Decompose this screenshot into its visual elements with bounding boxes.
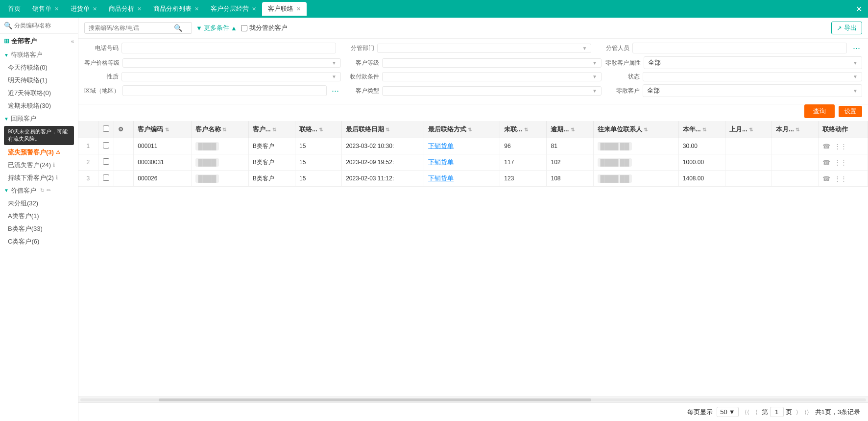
sidebar-item-class-a[interactable]: A类客户(1) (0, 210, 78, 223)
zero-attr-select[interactable]: 全部 ▼ (644, 56, 862, 69)
sidebar-search-input[interactable] (14, 22, 78, 29)
zero-customer-select[interactable]: 全部 ▼ (643, 84, 862, 97)
cell-last-month (725, 171, 772, 187)
th-uncontacted[interactable]: 未联... ⇅ (500, 121, 547, 138)
cell-check[interactable] (98, 171, 114, 187)
last-page-button[interactable]: ⟩⟩ (802, 408, 811, 417)
th-this-year[interactable]: 本年... ⇅ (678, 121, 725, 138)
tab-bar-close-button[interactable]: ✕ (852, 4, 866, 14)
cell-last-method[interactable]: 下销货单 (424, 138, 500, 154)
more-action-icon[interactable]: ⋮⋮ (834, 175, 847, 182)
my-customers-check[interactable] (241, 25, 247, 31)
last-method-link[interactable]: 下销货单 (428, 158, 454, 166)
more-action-icon[interactable]: ⋮⋮ (834, 143, 847, 150)
cell-last-method[interactable]: 下销货单 (424, 154, 500, 171)
sidebar-item-churn-warning[interactable]: 流失预警客户(3) ⚠ (0, 146, 78, 159)
th-name[interactable]: 客户名称 ⇅ (191, 121, 248, 138)
more-options-icon[interactable]: ··· (851, 43, 862, 53)
tab-product-analysis-list[interactable]: 商品分析列表 ✕ (147, 2, 205, 16)
cell-check[interactable] (98, 154, 114, 171)
close-icon[interactable]: ✕ (252, 6, 256, 12)
edit-icon[interactable]: ✏ (47, 187, 51, 194)
contact-icon[interactable]: ☎ (822, 159, 830, 166)
sidebar-group-pending[interactable]: ▼ 待联络客户 (0, 49, 78, 61)
more-action-icon[interactable]: ⋮⋮ (834, 159, 847, 166)
customer-type-select[interactable]: ▼ (382, 86, 602, 96)
search-icon-main[interactable]: 🔍 (174, 24, 182, 32)
dept-select[interactable]: ▼ (377, 44, 592, 53)
tab-product-analysis[interactable]: 商品分析 ✕ (103, 2, 147, 16)
sidebar-item-declining[interactable]: 持续下滑客户(2) ℹ (0, 172, 78, 184)
close-icon[interactable]: ✕ (93, 6, 97, 12)
phone-input[interactable] (121, 43, 336, 53)
horizontal-scrollbar[interactable] (78, 396, 868, 402)
th-settings[interactable]: ⚙ (114, 121, 134, 138)
th-last-method[interactable]: 最后联络方式 ⇅ (424, 121, 500, 138)
filter-region: 区域（地区） ··· (84, 85, 341, 96)
th-check[interactable] (98, 121, 114, 138)
row-checkbox[interactable] (103, 158, 109, 165)
select-all-checkbox[interactable] (103, 125, 109, 132)
tab-sales[interactable]: 销售单 ✕ (26, 2, 65, 16)
sidebar-item-tomorrow[interactable]: 明天待联络(1) (0, 74, 78, 87)
first-page-button[interactable]: ⟨⟨ (743, 408, 751, 417)
close-icon[interactable]: ✕ (137, 6, 142, 12)
sidebar-item-ungrouped[interactable]: 未分组(32) (0, 197, 78, 210)
contact-icon[interactable]: ☎ (822, 175, 830, 182)
th-overdue[interactable]: 逾期... ⇅ (547, 121, 593, 138)
sidebar-item-today[interactable]: 今天待联络(0) (0, 61, 78, 74)
cell-check[interactable] (98, 138, 114, 154)
price-level-select[interactable]: ▼ (122, 58, 341, 68)
tab-customer-segment[interactable]: 客户分层经营 ✕ (205, 2, 262, 16)
tab-purchase[interactable]: 进货单 ✕ (65, 2, 103, 16)
page-size-select[interactable]: 50 ▼ (717, 407, 738, 417)
sidebar-item-7days[interactable]: 近7天待联络(0) (0, 87, 78, 99)
my-customers-checkbox[interactable]: 我分管的客户 (241, 24, 288, 32)
th-code[interactable]: 客户编码 ⇅ (134, 121, 191, 138)
tab-home[interactable]: 首页 (2, 2, 26, 16)
sidebar-item-class-c[interactable]: C类客户(6) (0, 235, 78, 248)
last-method-link[interactable]: 下销货单 (428, 174, 454, 182)
close-icon[interactable]: ✕ (296, 6, 301, 12)
sidebar-item-churned[interactable]: 已流失客户(24) ℹ (0, 159, 78, 172)
current-page-input[interactable]: 1 (770, 407, 784, 417)
th-contact[interactable]: 联络... ⇅ (295, 121, 342, 138)
sidebar-group-review[interactable]: ▼ 回顾客户 (0, 112, 78, 125)
payment-select[interactable]: ▼ (382, 72, 602, 81)
prev-page-button[interactable]: ⟨ (753, 408, 760, 417)
th-type[interactable]: 客户... ⇅ (248, 121, 295, 138)
next-page-button[interactable]: ⟩ (794, 408, 800, 417)
contact-icon[interactable]: ☎ (822, 143, 830, 150)
customer-level-select[interactable]: ▼ (382, 58, 602, 68)
refresh-icon[interactable]: ↻ (40, 187, 45, 194)
more-filters-button[interactable]: ▼ 更多条件 ▲ (196, 24, 237, 32)
sidebar-item-overdue[interactable]: 逾期未联络(30) (0, 99, 78, 112)
close-icon[interactable]: ✕ (194, 6, 199, 12)
th-unit-contact[interactable]: 往来单位联系人 ⇅ (593, 121, 678, 138)
row-checkbox[interactable] (103, 142, 109, 149)
table-container: ⚙ 客户编码 ⇅ 客户名称 ⇅ 客户... ⇅ 联络... ⇅ 最后联络日期 ⇅… (78, 121, 868, 396)
scrollbar-thumb[interactable] (159, 398, 591, 401)
th-last-date[interactable]: 最后联络日期 ⇅ (342, 121, 424, 138)
export-button[interactable]: ↗ 导出 (831, 22, 862, 34)
filter-dept: 分管部门 ▼ (340, 44, 592, 53)
th-last-month[interactable]: 上月... ⇅ (725, 121, 772, 138)
th-this-month[interactable]: 本月... ⇅ (772, 121, 819, 138)
close-icon[interactable]: ✕ (54, 6, 59, 12)
sidebar-group-value[interactable]: ▼ 价值客户 ↻ ✏ (0, 184, 78, 197)
tab-customer-contact[interactable]: 客户联络 ✕ (262, 2, 307, 16)
manager-input[interactable] (632, 43, 847, 53)
last-method-link[interactable]: 下销货单 (428, 142, 454, 149)
settings-button[interactable]: 设置 (839, 106, 862, 117)
all-customers-header[interactable]: ⊞ 全部客户 « (0, 34, 78, 49)
main-search-input[interactable] (89, 25, 172, 31)
query-button[interactable]: 查询 (804, 104, 835, 118)
cell-last-method[interactable]: 下销货单 (424, 171, 500, 187)
region-more-icon[interactable]: ··· (330, 86, 341, 96)
nature-select[interactable]: ▼ (121, 72, 341, 81)
row-checkbox[interactable] (103, 174, 109, 181)
sidebar-collapse-icon[interactable]: « (71, 38, 74, 44)
region-input[interactable] (122, 85, 327, 96)
status-select[interactable]: ▼ (643, 72, 862, 81)
sidebar-item-class-b[interactable]: B类客户(33) (0, 223, 78, 235)
